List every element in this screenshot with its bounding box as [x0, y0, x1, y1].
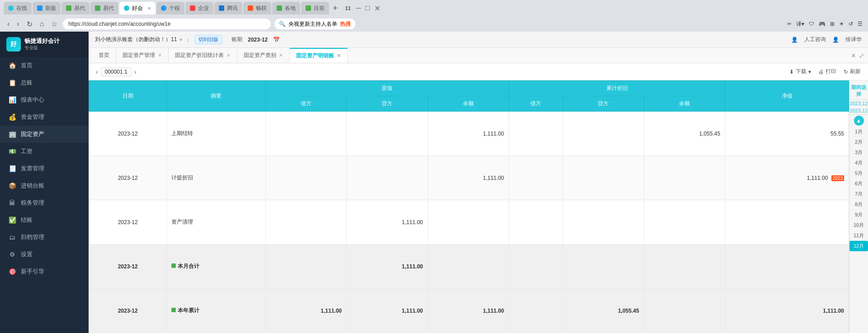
panel-expand-button[interactable]: ⤢: [859, 52, 864, 59]
tab-count-badge[interactable]: 11: [343, 5, 353, 11]
download-button[interactable]: ⬇ 下载 ▾: [789, 68, 811, 75]
sidebar-item-guide[interactable]: 🎯 新手引导: [0, 263, 89, 280]
table-row: 2023-12 上期结转 1,111.00 1,055.45 55.55: [89, 112, 849, 156]
period-month-11[interactable]: 11月: [849, 230, 868, 241]
sidebar-item-general-ledger[interactable]: 📋 总账: [0, 74, 89, 91]
sidebar-item-closing[interactable]: ✅ 结账: [0, 211, 89, 229]
tab-asset-category-close[interactable]: ✕: [279, 52, 283, 58]
sidebar-label-funds: 资金管理: [21, 113, 44, 121]
history-icon[interactable]: ↺: [849, 21, 853, 27]
window-min-button[interactable]: ─: [356, 4, 361, 12]
next-page-button[interactable]: ›: [134, 68, 137, 75]
closing-icon: ✅: [8, 216, 16, 224]
tab-label-yidai1: 易代: [74, 5, 85, 12]
browser-tab-online[interactable]: 在线: [4, 2, 32, 14]
sidebar-item-payroll[interactable]: 💵 工资: [0, 143, 89, 160]
grid-icon[interactable]: ⊞: [830, 21, 835, 27]
period-month-12[interactable]: 12月: [849, 241, 868, 251]
refresh-label: 刷新: [850, 68, 861, 75]
tab-fixed-assets-mgmt-close[interactable]: ✕: [158, 52, 162, 58]
period-month-8[interactable]: 8月: [849, 199, 868, 210]
period-month-4[interactable]: 4月: [849, 158, 868, 168]
period-month-6[interactable]: 6月: [849, 178, 868, 189]
tab-fixed-assets-mgmt[interactable]: 固定资产管理 ✕: [116, 48, 169, 63]
browser-tab-muqian[interactable]: 目前: [301, 2, 329, 14]
sidebar-item-purchases[interactable]: 📦 进销台账: [0, 177, 89, 194]
content-toolbar: ‹ 000001 1 › ⬇ 下载 ▾ 🖨 打印 ↻: [89, 63, 868, 80]
panel-close-button[interactable]: ✕: [851, 52, 856, 59]
table-row-annual-total: 2023-12 本年累计 1,111.00 1,111.00 1,111.00 …: [89, 289, 849, 333]
browser-tab-new[interactable]: 新版: [33, 2, 61, 14]
switch-version-button[interactable]: 切到旧版: [194, 35, 222, 44]
browser-tab-gedi[interactable]: 各地: [272, 2, 300, 14]
period-month-3[interactable]: 3月: [849, 147, 868, 158]
print-button[interactable]: 🖨 打印: [818, 68, 836, 75]
account-selector[interactable]: 刘小艳演示账套（勿删勿动！）11 ▾: [95, 36, 182, 43]
period-month-1[interactable]: 1月: [849, 127, 868, 137]
td-summary-5: 本年累计: [167, 289, 265, 333]
logo-icon: 好: [6, 37, 21, 52]
period-month-5[interactable]: 5月: [849, 168, 868, 178]
tax-icon: 🏛: [8, 199, 16, 207]
th-date: 日期: [89, 81, 167, 112]
sidebar-item-invoice[interactable]: 🧾 发票管理: [0, 160, 89, 177]
gamepad-icon[interactable]: 🎮: [819, 21, 826, 27]
address-input[interactable]: [63, 19, 271, 29]
window-max-button[interactable]: □: [365, 4, 370, 12]
period-month-10[interactable]: 10月: [849, 220, 868, 230]
period-month-9[interactable]: 9月: [849, 210, 868, 220]
sidebar-item-funds[interactable]: 💰 资金管理: [0, 108, 89, 126]
browser-tab-yidai2[interactable]: 易代: [90, 2, 118, 14]
browser-tab-geshui[interactable]: 个税: [156, 2, 184, 14]
browser-tab-chang[interactable]: 畅联: [243, 2, 271, 14]
sidebar-item-settings[interactable]: ⚙ 设置: [0, 246, 89, 263]
new-tab-button[interactable]: +: [330, 4, 340, 13]
browser-tab-haokuai[interactable]: 好会 ✕: [119, 2, 156, 14]
period-month-2[interactable]: 2月: [849, 137, 868, 147]
sidebar-item-archive[interactable]: 🗂 归档管理: [0, 229, 89, 246]
refresh-button[interactable]: ↻ 刷新: [844, 68, 861, 75]
calendar-icon[interactable]: 📅: [273, 37, 280, 43]
menu-icon[interactable]: ☰: [858, 21, 863, 27]
sidebar-item-fixed-assets[interactable]: 🏢 固定资产: [0, 126, 89, 143]
forward-button[interactable]: ›: [15, 19, 21, 29]
window-close-button[interactable]: ✕: [374, 4, 380, 13]
favicon-online: [8, 5, 14, 11]
scissors-icon[interactable]: ✂: [787, 21, 792, 27]
period-label: 账期: [231, 36, 242, 43]
translate-icon[interactable]: 译▾: [796, 20, 804, 28]
tab-asset-category[interactable]: 固定资产类别 ✕: [237, 48, 290, 63]
tab-depreciation-stats-close[interactable]: ✕: [226, 52, 231, 58]
th-accumulated-dep: 累计折旧: [509, 81, 725, 96]
dropdown-arrow-icon: ▾: [179, 37, 182, 43]
ai-consult-label[interactable]: 人工咨询: [804, 36, 826, 43]
prev-page-button[interactable]: ‹: [96, 68, 98, 75]
th-net-value: 净值: [725, 81, 849, 112]
tab-asset-detail[interactable]: 固定资产明细账 ✕: [290, 48, 348, 63]
account-name: 刘小艳演示账套（勿删勿动！）11: [95, 36, 177, 43]
sidebar-item-reports[interactable]: 📊 报表中心: [0, 91, 89, 108]
scroll-up-button[interactable]: ▲: [854, 116, 864, 126]
back-button[interactable]: ‹: [5, 19, 11, 29]
td-dep-balance-5: [644, 289, 725, 333]
browser-tab-yidai1[interactable]: 易代: [61, 2, 90, 14]
bookmark-button[interactable]: ☆: [49, 19, 59, 29]
extension-icon[interactable]: 🛡: [809, 21, 814, 27]
toolbar-actions: ⬇ 下载 ▾ 🖨 打印 ↻ 刷新: [789, 68, 861, 75]
tab-close-haokuai[interactable]: ✕: [147, 6, 151, 11]
reload-button[interactable]: ↻: [25, 19, 34, 29]
tab-home[interactable]: 首页: [92, 48, 116, 63]
home-button[interactable]: ⌂: [38, 19, 46, 29]
td-summary-4: 本月合计: [167, 244, 265, 289]
td-net-value-5: 1,111.00: [725, 289, 849, 333]
browser-tab-tengxun[interactable]: 腾讯: [214, 2, 242, 14]
theme-icon[interactable]: ☀: [839, 21, 844, 27]
tab-asset-detail-close[interactable]: ✕: [337, 53, 341, 59]
sidebar-item-tax[interactable]: 🏛 税务管理: [0, 194, 89, 211]
sidebar-item-home[interactable]: 🏠 首页: [0, 57, 89, 74]
tab-depreciation-stats[interactable]: 固定资产折旧统计表 ✕: [169, 48, 237, 63]
th-dep-debit: 借方: [509, 96, 562, 112]
logo-text-block: 畅捷通好会计 专业版: [24, 38, 60, 52]
browser-tab-qiye[interactable]: 企业: [185, 2, 213, 14]
period-month-7[interactable]: 7月: [849, 189, 868, 199]
